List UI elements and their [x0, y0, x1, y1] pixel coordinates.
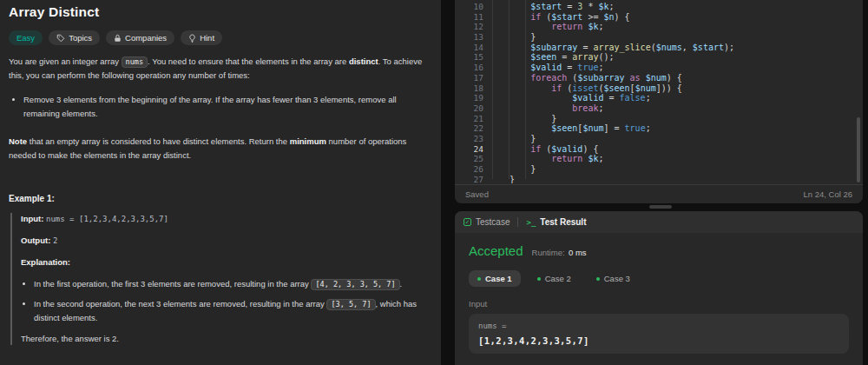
problem-description-panel[interactable]: Array Distinct Easy Topics Companies Hin… — [0, 0, 441, 365]
case-1-tab[interactable]: Case 1 — [469, 270, 521, 287]
line-number: 15 — [455, 52, 483, 63]
editor-status-bar: Saved Ln 24, Col 26 — [455, 184, 863, 203]
topics-badge[interactable]: Topics — [49, 30, 100, 45]
test-result-content: Accepted Runtime: 0 ms Case 1 Case 2 Cas — [455, 233, 863, 365]
example1-heading: Example 1: — [9, 194, 432, 203]
line-number: 25 — [455, 154, 483, 164]
line-number: 13 — [455, 32, 483, 43]
code-line-24[interactable]: 24 if ($valid) { — [455, 144, 863, 155]
line-number: 22 — [455, 123, 483, 134]
line-number: 11 — [455, 12, 483, 23]
case-3-tab[interactable]: Case 3 — [588, 270, 639, 287]
code-line-11[interactable]: 11 if ($start >= $n) { — [455, 12, 863, 23]
line-number: 26 — [455, 164, 483, 175]
explanation-list: In the first operation, the first 3 elem… — [21, 277, 432, 325]
runtime: Runtime: 0 ms — [532, 243, 587, 259]
topics-label: Topics — [69, 33, 92, 43]
input-var-name: nums = — [478, 322, 839, 330]
code-area[interactable]: 10 $start = 3 * $k;11 if ($start >= $n) … — [455, 0, 863, 183]
panel-resize-handle[interactable] — [649, 205, 672, 209]
example1-explanation-label: Explanation: — [21, 256, 432, 268]
example1-conclusion: Therefore, the answer is 2. — [21, 333, 432, 345]
code-lines: 10 $start = 3 * $k;11 if ($start >= $n) … — [455, 2, 863, 183]
test-tab-bar: ✓ Testcase >_ Test Result — [455, 211, 863, 233]
case-2-tab[interactable]: Case 2 — [529, 270, 580, 287]
example1-output: Output: 2 — [21, 235, 432, 247]
code-line-18[interactable]: 18 if (isset($seen[$num])) { — [455, 83, 863, 94]
input-value: [1,2,3,4,2,3,3,5,7] — [478, 335, 839, 346]
verdict-row: Accepted Runtime: 0 ms — [469, 243, 849, 259]
tab-test-result[interactable]: >_ Test Result — [526, 217, 586, 227]
line-number: 20 — [455, 103, 483, 114]
code-line-21[interactable]: 21 } — [455, 114, 863, 124]
verdict-accepted: Accepted — [469, 243, 523, 258]
tab-separator — [517, 217, 518, 227]
tag-icon — [56, 34, 65, 43]
code-line-26[interactable]: 26 } — [455, 164, 863, 175]
line-number: 10 — [455, 2, 483, 12]
input-label: Input — [469, 299, 849, 309]
case-passed-dot — [596, 277, 600, 281]
line-number: 23 — [455, 134, 483, 144]
line-number: 19 — [455, 93, 483, 103]
line-number: 18 — [455, 83, 483, 94]
testcase-check-icon: ✓ — [464, 218, 471, 226]
code-line-14[interactable]: 14 $subarray = array_slice($nums, $start… — [455, 43, 863, 53]
case-passed-dot — [477, 277, 481, 281]
line-number: 21 — [455, 114, 483, 124]
badge-row: Easy Topics Companies Hint — [9, 30, 432, 45]
input-box[interactable]: nums = [1,2,3,4,2,3,3,5,7] — [469, 314, 849, 354]
code-editor-panel[interactable]: 10 $start = 3 * $k;11 if ($start >= $n) … — [455, 0, 863, 203]
problem-title: Array Distinct — [9, 4, 432, 20]
hint-label: Hint — [200, 33, 214, 43]
companies-label: Companies — [125, 33, 167, 43]
code-line-25[interactable]: 25 return $k; — [455, 154, 863, 164]
case-passed-dot — [537, 277, 541, 281]
code-line-19[interactable]: 19 $valid = false; — [455, 93, 863, 103]
code-line-23[interactable]: 23 } — [455, 134, 863, 144]
code-line-15[interactable]: 15 $seen = array(); — [455, 52, 863, 63]
cursor-position: Ln 24, Col 26 — [803, 189, 852, 199]
leetcode-workspace: Array Distinct Easy Topics Companies Hin… — [0, 0, 868, 365]
line-number: 14 — [455, 43, 483, 53]
saved-status: Saved — [465, 189, 489, 199]
indent-guide — [525, 0, 526, 179]
code-line-13[interactable]: 13 } — [455, 32, 863, 43]
code-line-22[interactable]: 22 $seen[$num] = true; — [455, 123, 863, 134]
code-line-20[interactable]: 20 break; — [455, 103, 863, 114]
note-paragraph: Note that an empty array is considered t… — [9, 135, 432, 163]
operation-item: Remove 3 elements from the beginning of … — [23, 93, 432, 121]
hint-badge[interactable]: Hint — [181, 30, 222, 45]
example1-input: Input: nums = [1,2,3,4,2,3,3,5,7] — [21, 213, 432, 225]
code-line-10[interactable]: 10 $start = 3 * $k; — [455, 2, 863, 12]
indent-guide — [492, 0, 493, 179]
line-number: 12 — [455, 22, 483, 32]
code-line-17[interactable]: 17 foreach ($subarray as $num) { — [455, 73, 863, 83]
line-number: 27 — [455, 175, 483, 183]
line-number: 16 — [455, 63, 483, 73]
intro-paragraph: You are given an integer array nums. You… — [9, 55, 432, 83]
example1-block: Input: nums = [1,2,3,4,2,3,3,5,7] Output… — [10, 213, 432, 345]
difficulty-badge[interactable]: Easy — [9, 30, 43, 45]
tab-testcase[interactable]: ✓ Testcase — [464, 217, 510, 227]
lock-icon — [114, 34, 122, 43]
code-line-27[interactable]: 27 } — [455, 175, 863, 183]
operation-list: Remove 3 elements from the beginning of … — [9, 93, 432, 121]
indent-guide — [509, 0, 510, 179]
terminal-icon: >_ — [526, 218, 536, 227]
companies-badge[interactable]: Companies — [106, 30, 174, 45]
test-result-panel: ✓ Testcase >_ Test Result Accepted Runti… — [455, 211, 863, 365]
code-line-12[interactable]: 12 return $k; — [455, 22, 863, 32]
explanation-item: In the first operation, the first 3 elem… — [34, 277, 432, 291]
line-number: 24 — [455, 144, 483, 155]
lightbulb-icon — [188, 34, 196, 43]
explanation-item: In the second operation, the next 3 elem… — [34, 297, 432, 325]
case-row: Case 1 Case 2 Case 3 — [469, 270, 849, 287]
line-number: 17 — [455, 73, 483, 83]
code-line-16[interactable]: 16 $valid = true; — [455, 63, 863, 73]
editor-scrollbar-thumb[interactable] — [857, 117, 860, 182]
